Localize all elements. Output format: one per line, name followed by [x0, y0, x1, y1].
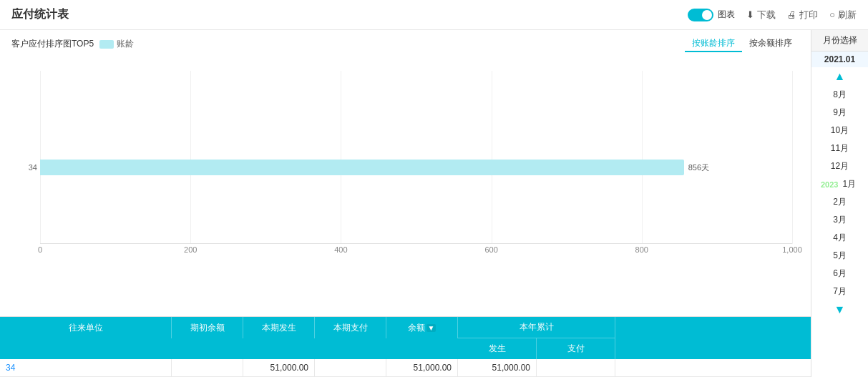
sidebar: 月份选择 2021.01 ▲ 8月 9月 10月 11月 12月 2023 1月…	[811, 30, 868, 377]
x-tick-200: 200	[184, 245, 197, 254]
x-tick-0: 0	[38, 245, 42, 254]
th-year-pay: 支付	[537, 338, 615, 359]
sidebar-month-4[interactable]: 4月	[811, 229, 868, 247]
x-tick-800: 800	[635, 245, 648, 254]
sidebar-month-12[interactable]: 12月	[811, 157, 868, 175]
bar-fill	[40, 160, 684, 175]
table-header-row1: 往来单位 期初余额 本期发生 本期支付	[0, 317, 811, 338]
x-tick-600: 600	[484, 245, 497, 254]
sort-tab-balance[interactable]: 按余额排序	[742, 36, 799, 52]
th-current-occur: 本期发生	[243, 317, 315, 338]
td-year-pay	[537, 359, 615, 376]
table-header-row2: x x x x x 发生 支付	[0, 338, 811, 359]
sidebar-month-8[interactable]: 8月	[811, 86, 868, 104]
th-year-occur: 发生	[458, 338, 537, 359]
chart-wrapper: 34 856天 0 200 400	[0, 58, 811, 316]
header-actions: 图表 ⬇ 下载 🖨 打印 ○ 刷新	[688, 9, 857, 21]
bar-end-label: 856天	[688, 162, 709, 173]
td-year-occur: 51,000.00	[458, 359, 537, 376]
sidebar-month-11[interactable]: 11月	[811, 139, 868, 157]
sidebar-month-2[interactable]: 2月	[811, 193, 868, 211]
sidebar-month-1[interactable]: 1月	[839, 175, 859, 193]
legend-item: 账龄	[99, 38, 134, 50]
x-tick-1000: 1,000	[782, 245, 802, 254]
td-vendor: 34	[0, 359, 172, 376]
sidebar-year-2023-label: 2023	[821, 180, 838, 189]
th-period-balance: 期初余额	[172, 317, 243, 338]
table-row: 34 51,000.00 51,000.00 51,000.00	[0, 359, 811, 377]
table-section: 往来单位 期初余额 本期发生 本期支付	[0, 316, 811, 377]
sidebar-title: 月份选择	[811, 30, 868, 52]
legend-color-box	[99, 40, 114, 49]
chevron-up-icon: ▲	[834, 70, 846, 83]
page-title: 应付统计表	[11, 7, 69, 22]
chart-toggle-group: 图表	[688, 9, 735, 21]
sidebar-nav-up[interactable]: ▲	[811, 67, 868, 86]
chart-toggle[interactable]	[688, 9, 713, 21]
sidebar-month-3[interactable]: 3月	[811, 211, 868, 229]
chart-legend: 客户应付排序图TOP5 账龄	[11, 38, 134, 50]
sort-tabs: 按账龄排序 按余额排序	[685, 36, 799, 52]
grid-line-1000	[792, 71, 793, 244]
sort-tab-age[interactable]: 按账龄排序	[685, 36, 742, 52]
table-wrapper: 往来单位 期初余额 本期发生 本期支付	[0, 317, 811, 377]
print-icon: 🖨	[787, 9, 796, 20]
print-button[interactable]: 🖨 打印	[787, 9, 818, 21]
chart-header: 客户应付排序图TOP5 账龄 按账龄排序 按余额排序	[0, 30, 811, 58]
download-icon: ⬇	[746, 9, 754, 20]
sidebar-month-6[interactable]: 6月	[811, 265, 868, 283]
x-axis: 0 200 400 600 800 1,000	[40, 243, 792, 264]
main-content: 客户应付排序图TOP5 账龄 按账龄排序 按余额排序	[0, 30, 868, 377]
chart-legend-title: 客户应付排序图TOP5	[11, 38, 94, 50]
sidebar-nav-down[interactable]: ▼	[811, 300, 868, 319]
chart-area: 34 856天 0 200 400	[40, 71, 792, 264]
sidebar-month-10[interactable]: 10月	[811, 122, 868, 139]
x-tick-400: 400	[334, 245, 347, 254]
td-current-occur: 51,000.00	[243, 359, 315, 376]
refresh-label: 刷新	[838, 9, 857, 21]
td-current-pay	[315, 359, 386, 376]
sidebar-month-5[interactable]: 5月	[811, 247, 868, 265]
refresh-icon: ○	[829, 9, 835, 20]
vendor-link[interactable]: 34	[6, 363, 15, 373]
bar-label: 34	[11, 163, 37, 172]
th-balance: 余额 ▼	[386, 317, 458, 338]
td-period-balance	[172, 359, 243, 376]
chart-section: 客户应付排序图TOP5 账龄 按账龄排序 按余额排序	[0, 30, 811, 377]
sidebar-month-7[interactable]: 7月	[811, 283, 868, 300]
legend-color-label: 账龄	[117, 38, 134, 50]
download-label: 下载	[757, 9, 776, 21]
th-vendor: 往来单位	[0, 317, 172, 338]
balance-filter-icon[interactable]: ▼	[426, 324, 437, 332]
download-button[interactable]: ⬇ 下载	[746, 9, 776, 21]
td-balance: 51,000.00	[386, 359, 458, 376]
toggle-label: 图表	[718, 9, 735, 21]
sidebar-month-row-1: 2023 1月	[811, 175, 868, 193]
sidebar-month-9[interactable]: 9月	[811, 104, 868, 122]
th-year-cumulative: 本年累计	[458, 317, 615, 338]
page-header: 应付统计表 图表 ⬇ 下载 🖨 打印 ○ 刷新	[0, 0, 868, 30]
bar-chart: 34 856天 0 200 400	[11, 64, 799, 293]
refresh-button[interactable]: ○ 刷新	[829, 9, 857, 21]
chevron-down-icon: ▼	[834, 303, 846, 316]
print-label: 打印	[799, 9, 818, 21]
table-header: 往来单位 期初余额 本期发生 本期支付	[0, 317, 811, 359]
bar-row-0: 34 856天	[40, 153, 792, 182]
sidebar-current-date: 2021.01	[811, 52, 868, 67]
th-current-pay: 本期支付	[315, 317, 386, 338]
